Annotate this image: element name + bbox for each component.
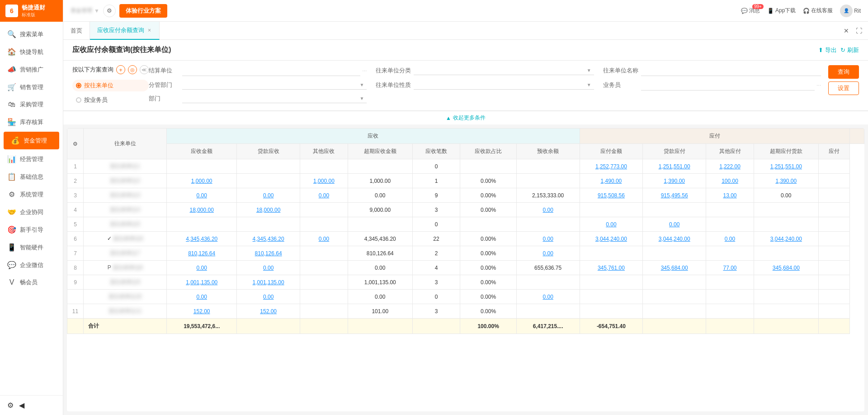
sidebar-item-basicinfo[interactable]: 📋 基础信息 bbox=[0, 168, 63, 186]
collapse-bar[interactable]: ▲ 收起更多条件 bbox=[63, 111, 868, 124]
sidebar-item-collab[interactable]: 🤝 企业协同 bbox=[0, 203, 63, 221]
ar-other-cell[interactable]: 0.00 bbox=[300, 188, 348, 203]
ap-overdue-cell[interactable]: 345,684.00 bbox=[754, 261, 818, 275]
ar-prepay-cell[interactable]: 0.00 bbox=[516, 246, 580, 261]
ar-loan-cell[interactable]: 152.00 bbox=[237, 304, 300, 319]
ar-other-cell[interactable]: 1,000.00 bbox=[300, 174, 348, 188]
ap-other-cell[interactable]: 1,222.00 bbox=[706, 159, 754, 174]
ar-loan-cell[interactable]: 18,000.00 bbox=[237, 203, 300, 217]
ar-amount-cell[interactable]: 152.00 bbox=[167, 304, 237, 319]
ar-amount-cell[interactable]: 810,126.64 bbox=[167, 246, 237, 261]
dept-select[interactable]: ▼ bbox=[182, 81, 367, 90]
ar-overdue-cell: 0.00 bbox=[348, 188, 412, 203]
ap-amount-cell[interactable]: 345,761.00 bbox=[580, 261, 643, 275]
ar-prepay-cell[interactable]: 0.00 bbox=[516, 290, 580, 304]
ap-loan-cell[interactable]: 1,390.00 bbox=[643, 174, 706, 188]
ar-count-cell: 22 bbox=[412, 232, 460, 246]
ap-amount-cell[interactable]: 915,508.56 bbox=[580, 188, 643, 203]
sidebar-collapse-icon[interactable]: ◀ bbox=[19, 401, 24, 410]
ar-amount-cell[interactable]: 0.00 bbox=[167, 261, 237, 275]
ap-overdue-cell bbox=[754, 217, 818, 232]
ap-amount-cell[interactable]: 1,490.00 bbox=[580, 174, 643, 188]
online-service-item[interactable]: 🎧 在线客服 bbox=[803, 7, 833, 14]
tab-fullscreen-button[interactable]: ⛶ bbox=[854, 25, 864, 36]
ar-amount-cell[interactable]: 1,000.00 bbox=[167, 174, 237, 188]
ap-other-cell[interactable]: 100.00 bbox=[706, 174, 754, 188]
sidebar-item-guide[interactable]: 🎯 新手引导 bbox=[0, 221, 63, 239]
refresh-button[interactable]: ↻ 刷新 bbox=[840, 46, 859, 54]
ar-amount-cell[interactable]: 18,000.00 bbox=[167, 203, 237, 217]
ap-amount-cell[interactable]: 0.00 bbox=[580, 217, 643, 232]
export-button[interactable]: ⬆ 导出 bbox=[818, 46, 837, 54]
add-filter-button[interactable]: + bbox=[116, 65, 125, 74]
sidebar-item-quicknav[interactable]: 🏠 快捷导航 bbox=[0, 43, 63, 61]
sidebar-item-operations[interactable]: 📊 经营管理 bbox=[0, 150, 63, 168]
ap-other-cell[interactable]: 0.00 bbox=[706, 232, 754, 246]
ap-loan-cell[interactable]: 3,044,240.00 bbox=[643, 232, 706, 246]
department-select[interactable]: ▼ bbox=[182, 94, 367, 103]
sidebar-item-hardware[interactable]: 📱 智能硬件 bbox=[0, 239, 63, 256]
sidebar-item-member[interactable]: V 畅会员 bbox=[0, 274, 63, 291]
query-button[interactable]: 查询 bbox=[828, 65, 859, 79]
ar-loan-cell[interactable]: 0.00 bbox=[237, 188, 300, 203]
sidebar-item-purchase[interactable]: 🛍 采购管理 bbox=[0, 96, 63, 113]
settlement-ellipsis-icon[interactable]: ··· bbox=[362, 67, 367, 74]
filter-nav-item-partner[interactable]: 按往来单位 bbox=[72, 80, 149, 91]
ap-overdue-cell[interactable]: 1,251,551.00 bbox=[754, 159, 818, 174]
sidebar-item-marketing[interactable]: 📣 营销推广 bbox=[0, 61, 63, 78]
sidebar-item-sales[interactable]: 🛒 销售管理 bbox=[0, 78, 63, 96]
ar-amount-cell[interactable]: 1,001,135.00 bbox=[167, 275, 237, 290]
ap-loan-cell[interactable]: 915,495.56 bbox=[643, 188, 706, 203]
sidebar-item-wechat[interactable]: 💬 企业微信 bbox=[0, 256, 63, 274]
ap-loan-cell[interactable]: 1,251,551.00 bbox=[643, 159, 706, 174]
partner-name-input[interactable] bbox=[641, 65, 821, 76]
settings-button[interactable]: 设置 bbox=[828, 81, 859, 95]
tab-close-button[interactable]: × bbox=[147, 26, 152, 34]
target-filter-button[interactable]: ◎ bbox=[128, 65, 137, 74]
settlement-input[interactable] bbox=[182, 65, 360, 76]
sidebar-item-finance[interactable]: 💰 资金管理 bbox=[4, 132, 59, 149]
ar-loan-cell[interactable]: 0.00 bbox=[237, 290, 300, 304]
messages-item[interactable]: 💬 消息 99+ bbox=[741, 7, 760, 14]
salesperson-ellipsis-icon[interactable]: ··· bbox=[816, 82, 821, 88]
tab-close-window-button[interactable]: ✕ bbox=[841, 25, 852, 36]
ap-loan-cell[interactable]: 345,684.00 bbox=[643, 261, 706, 275]
tab-home[interactable]: 首页 bbox=[63, 22, 90, 40]
filter-nav-item-salesperson[interactable]: 按业务员 bbox=[72, 94, 149, 106]
ar-loan-cell[interactable]: 0.00 bbox=[237, 261, 300, 275]
ar-other-cell[interactable]: 0.00 bbox=[300, 232, 348, 246]
footer-ap-overdue bbox=[754, 319, 818, 334]
ap-overdue-cell[interactable]: 3,044,240.00 bbox=[754, 232, 818, 246]
sidebar-item-search[interactable]: 🔍 搜索菜单 bbox=[0, 25, 63, 43]
ar-prepay-cell[interactable]: 0.00 bbox=[516, 232, 580, 246]
trial-industry-button[interactable]: 体验行业方案 bbox=[119, 4, 167, 18]
ar-ratio-cell: 0.00% bbox=[460, 188, 516, 203]
ap-other-cell[interactable]: 13.00 bbox=[706, 188, 754, 203]
ar-loan-cell[interactable]: 810,126.64 bbox=[237, 246, 300, 261]
ap-other-cell[interactable]: 77.00 bbox=[706, 261, 754, 275]
sidebar-item-inventory[interactable]: 🏪 库存核算 bbox=[0, 113, 63, 131]
partner-category-select[interactable]: ▼ bbox=[414, 66, 594, 75]
partner-type-select[interactable]: ▼ bbox=[414, 81, 594, 90]
ar-amount-cell[interactable]: 4,345,436.20 bbox=[167, 232, 237, 246]
ap-overdue-cell[interactable]: 1,390.00 bbox=[754, 174, 818, 188]
ap-amount-cell[interactable]: 1,252,773.00 bbox=[580, 159, 643, 174]
user-area[interactable]: 👤 Rit bbox=[840, 5, 861, 17]
ar-amount-cell[interactable]: 0.00 bbox=[167, 188, 237, 203]
ap-amount-cell[interactable]: 3,044,240.00 bbox=[580, 232, 643, 246]
sidebar-item-sysmanage[interactable]: ⚙ 系统管理 bbox=[0, 186, 63, 203]
ar-loan-cell[interactable]: 1,001,135.00 bbox=[237, 275, 300, 290]
ar-amount-cell[interactable]: 0.00 bbox=[167, 290, 237, 304]
ar-prepay-cell[interactable]: 0.00 bbox=[516, 203, 580, 217]
settings-gear-button[interactable]: ⚙ bbox=[103, 5, 116, 17]
table-row: 1 某往来单位1 0 1,252,773.00 1,251,551.00 1,2… bbox=[67, 159, 864, 174]
gear-col-header[interactable]: ⚙ bbox=[67, 129, 84, 159]
ap-loan-cell[interactable]: 0.00 bbox=[643, 217, 706, 232]
salesperson-input[interactable] bbox=[641, 80, 815, 91]
expand-filter-button[interactable]: ≪ bbox=[140, 65, 149, 74]
filter-nav-label-partner: 按往来单位 bbox=[84, 81, 113, 90]
sidebar-settings-icon[interactable]: ⚙ bbox=[7, 401, 14, 410]
ar-loan-cell[interactable]: 4,345,436.20 bbox=[237, 232, 300, 246]
app-download-item[interactable]: 📱 App下载 bbox=[767, 7, 796, 14]
tab-current[interactable]: 应收应付余额查询 × bbox=[90, 22, 160, 40]
